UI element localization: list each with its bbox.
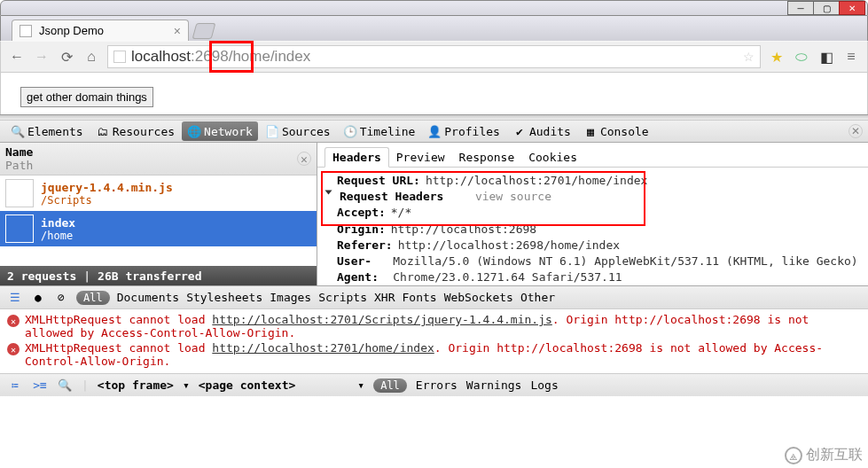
request-list-header: NamePath ✕: [0, 143, 317, 176]
tab-sources[interactable]: 📄Sources: [260, 121, 336, 141]
reload-button[interactable]: ⟳: [58, 48, 75, 66]
elements-icon: 🔍: [11, 124, 25, 138]
tab-timeline[interactable]: 🕒Timeline: [338, 121, 421, 141]
subtab-preview[interactable]: Preview: [389, 148, 452, 167]
subtab-cookies[interactable]: Cookies: [521, 148, 584, 167]
timeline-icon: 🕒: [343, 124, 357, 138]
toggle-icon[interactable]: ◧: [817, 48, 835, 66]
search-icon[interactable]: 🔍: [57, 378, 73, 394]
request-detail: Headers Preview Response Cookies Request…: [317, 143, 868, 285]
forward-button[interactable]: →: [33, 48, 51, 66]
devtools-tabbar: 🔍Elements 🗂Resources 🌐Network 📄Sources 🕒…: [0, 120, 868, 143]
error-icon: ✕: [7, 343, 20, 355]
request-item[interactable]: index/home: [0, 211, 317, 246]
request-thumbnail: [5, 214, 34, 243]
home-button[interactable]: ⌂: [82, 48, 100, 66]
devtools-bottom-bar: ≔ >≡ 🔍 | <top frame>▾ <page context>▾ Al…: [0, 373, 868, 396]
log-filter-all[interactable]: All: [373, 378, 407, 393]
filter-images[interactable]: Images: [270, 291, 311, 304]
browser-tab-strip: Jsonp Demo ×: [0, 16, 868, 41]
extension-icon[interactable]: ⬭: [793, 48, 810, 66]
back-button[interactable]: ←: [8, 48, 26, 66]
error-icon: ✕: [7, 315, 20, 327]
tab-profiles[interactable]: 👤Profiles: [422, 121, 505, 141]
record-icon[interactable]: ●: [30, 290, 46, 306]
console-error: ✕ XMLHttpRequest cannot load http://loca…: [7, 341, 861, 368]
log-filter-logs[interactable]: Logs: [530, 378, 558, 392]
filter-documents[interactable]: Documents: [117, 291, 179, 304]
filter-stylesheets[interactable]: Stylesheets: [186, 291, 262, 304]
frame-selector[interactable]: <top frame>: [98, 378, 174, 392]
browser-tab[interactable]: Jsonp Demo ×: [12, 20, 189, 41]
filter-other[interactable]: Other: [520, 291, 555, 304]
tab-title: Jsonp Demo: [39, 24, 104, 37]
request-item[interactable]: jquery-1.4.4.min.js/Scripts: [0, 176, 317, 211]
audits-icon: ✔: [512, 124, 527, 138]
filter-fonts[interactable]: Fonts: [402, 291, 436, 304]
toggle-drawer-icon[interactable]: ≔: [7, 378, 23, 394]
view-source-link[interactable]: view source: [475, 189, 551, 205]
maximize-button[interactable]: ▢: [813, 1, 840, 15]
page-icon: [20, 25, 32, 37]
window-titlebar: ─ ▢ ✕: [0, 0, 868, 16]
tab-resources[interactable]: 🗂Resources: [90, 121, 180, 141]
detail-tabs: Headers Preview Response Cookies: [317, 143, 868, 168]
console-icon[interactable]: >≡: [32, 378, 48, 394]
subtab-response[interactable]: Response: [452, 148, 522, 167]
headers-content: Request URL: http://localhost:2701/home/…: [317, 168, 868, 291]
disclosure-icon[interactable]: [325, 191, 332, 195]
tab-console[interactable]: ▦Console: [578, 121, 654, 141]
network-status-bar: 2 requests|26B transferred: [0, 266, 317, 285]
clear-icon[interactable]: ⊘: [53, 290, 69, 306]
tab-close-icon[interactable]: ×: [174, 24, 181, 38]
window-close-button[interactable]: ✕: [839, 1, 865, 15]
network-icon: 🌐: [187, 124, 201, 138]
profiles-icon: 👤: [427, 124, 442, 138]
tab-network[interactable]: 🌐Network: [182, 121, 258, 141]
clear-icon[interactable]: ✕: [297, 152, 311, 166]
url-text: localhost:2698/home/index: [131, 48, 310, 66]
request-name: jquery-1.4.4.min.js: [41, 181, 173, 194]
get-other-domain-button[interactable]: get other domain things: [20, 87, 153, 107]
filter-all[interactable]: All: [76, 291, 110, 305]
request-path: /Scripts: [41, 194, 173, 207]
minimize-button[interactable]: ─: [787, 1, 814, 15]
network-panel: NamePath ✕ jquery-1.4.4.min.js/Scripts i…: [0, 143, 868, 286]
new-tab-button[interactable]: [192, 23, 216, 39]
filter-xhr[interactable]: XHR: [374, 291, 395, 304]
bookmark-star-icon[interactable]: ☆: [743, 50, 755, 64]
filter-websockets[interactable]: WebSockets: [444, 291, 513, 304]
sources-icon: 📄: [265, 124, 279, 138]
watermark: ⟁创新互联: [785, 446, 863, 464]
site-icon: [113, 51, 126, 63]
menu-icon[interactable]: ≡: [842, 48, 860, 66]
request-thumbnail: [5, 179, 34, 207]
console-error: ✕ XMLHttpRequest cannot load http://loca…: [7, 313, 861, 339]
subtab-headers[interactable]: Headers: [325, 147, 389, 168]
favorite-icon[interactable]: ★: [768, 48, 786, 66]
context-selector[interactable]: <page context>: [199, 378, 296, 392]
request-path: /home: [41, 230, 75, 242]
console-output: ✕ XMLHttpRequest cannot load http://loca…: [0, 309, 868, 373]
console-icon: ▦: [583, 124, 598, 138]
request-name: index: [41, 216, 75, 230]
list-icon[interactable]: ☰: [7, 290, 23, 306]
address-bar[interactable]: localhost:2698/home/index ☆: [107, 45, 761, 68]
request-list: NamePath ✕ jquery-1.4.4.min.js/Scripts i…: [0, 143, 317, 285]
devtools-close-icon[interactable]: ✕: [848, 124, 863, 138]
filter-scripts[interactable]: Scripts: [318, 291, 367, 304]
log-filter-errors[interactable]: Errors: [416, 378, 457, 392]
log-filter-warnings[interactable]: Warnings: [466, 378, 522, 392]
tab-elements[interactable]: 🔍Elements: [5, 121, 89, 141]
resources-icon: 🗂: [96, 124, 110, 138]
page-body: get other domain things: [0, 73, 868, 114]
tab-audits[interactable]: ✔Audits: [507, 121, 576, 141]
browser-toolbar: ← → ⟳ ⌂ localhost:2698/home/index ☆ ★ ⬭ …: [0, 41, 868, 73]
